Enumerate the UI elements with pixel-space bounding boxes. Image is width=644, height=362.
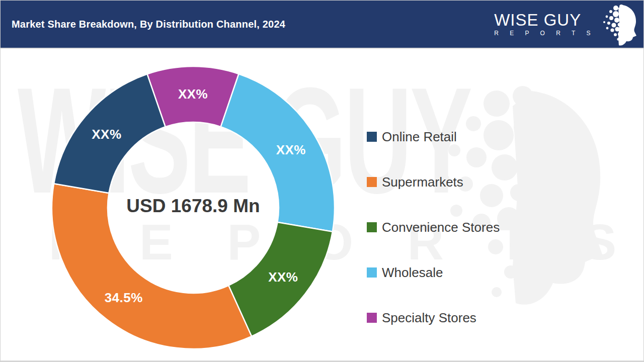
brand-logo-text: WISE GUY — [494, 11, 595, 29]
legend-item-convenience-stores: Convenience Stores — [367, 221, 500, 234]
legend-swatch — [367, 132, 377, 142]
legend-label: Wholesale — [382, 266, 443, 279]
slice-label-wholesale: XX% — [276, 142, 306, 157]
legend-swatch — [367, 177, 377, 187]
brand-logo-subtext: R E P O R T S — [494, 30, 595, 37]
legend-label: Specialty Stores — [382, 311, 476, 324]
legend-swatch — [367, 222, 377, 232]
page-title: Market Share Breakdown, By Distribution … — [12, 1, 285, 48]
legend-label: Online Retail — [382, 130, 457, 143]
brand-face-icon — [600, 3, 638, 46]
legend-item-online-retail: Online Retail — [367, 130, 500, 143]
legend-item-specialty-stores: Specialty Stores — [367, 311, 500, 324]
report-chart-page: { "header": { "title": "Market Share Bre… — [0, 0, 644, 362]
slice-label-online-retail: XX% — [92, 126, 121, 142]
slice-label-specialty-stores: XX% — [178, 86, 208, 102]
legend-label: Convenience Stores — [382, 221, 500, 234]
legend-label: Supermarkets — [382, 175, 463, 189]
chart-legend: Online RetailSupermarketsConvenience Sto… — [367, 130, 500, 356]
brand-logo: WISE GUY R E P O R T S — [494, 11, 595, 37]
legend-swatch — [367, 313, 377, 323]
slice-label-supermarkets: 34.5% — [105, 290, 143, 305]
bottom-divider — [1, 360, 644, 361]
legend-item-wholesale: Wholesale — [367, 266, 500, 279]
slice-label-convenience-stores: XX% — [268, 269, 298, 285]
chart-center-value: USD 1678.9 Mn — [126, 196, 260, 217]
legend-item-supermarkets: Supermarkets — [367, 175, 500, 189]
legend-swatch — [367, 267, 377, 278]
